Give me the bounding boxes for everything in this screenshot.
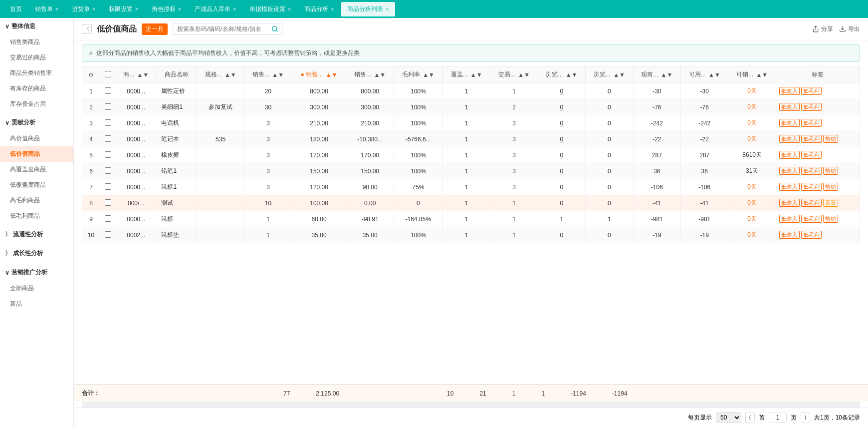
cell-checkbox[interactable] bbox=[100, 99, 116, 115]
cell-checkbox[interactable] bbox=[100, 115, 116, 131]
cell-checkbox[interactable] bbox=[100, 211, 116, 227]
sidebar-item-stock-fund[interactable]: 库存资金占用 bbox=[0, 96, 73, 112]
nav-template[interactable]: 单据模板设置 ✕ bbox=[243, 2, 297, 16]
row-checkbox[interactable] bbox=[105, 151, 111, 158]
th-checkbox[interactable] bbox=[100, 66, 116, 83]
cell-view1[interactable]: 0 bbox=[538, 99, 585, 115]
cell-view1[interactable]: 0 bbox=[538, 83, 585, 99]
th-code[interactable]: 商... ▲▼ bbox=[116, 66, 156, 83]
th-trade[interactable]: 交易... ▲▼ bbox=[490, 66, 538, 83]
cell-view1[interactable]: 1 bbox=[538, 211, 585, 227]
row-checkbox[interactable] bbox=[105, 167, 111, 174]
sidebar-item-stock-goods[interactable]: 有库存的商品 bbox=[0, 81, 73, 96]
sidebar-section-marketing[interactable]: ∨ 营销推广分析 bbox=[0, 264, 73, 281]
export-button[interactable]: 导出 bbox=[839, 25, 860, 33]
row-checkbox[interactable] bbox=[105, 119, 111, 126]
cell-checkbox[interactable] bbox=[100, 131, 116, 147]
nav-analysis-list[interactable]: 商品分析列表 ✕ bbox=[341, 2, 395, 16]
period-button[interactable]: 近一月 bbox=[142, 23, 168, 35]
th-name[interactable]: 商品名称 bbox=[156, 66, 197, 83]
chevron-right-icon-2: 〉 bbox=[5, 249, 11, 258]
cell-checkbox[interactable] bbox=[100, 163, 116, 179]
nav-analysis[interactable]: 商品分析 ✕ bbox=[298, 2, 340, 16]
search-input[interactable] bbox=[173, 23, 282, 35]
cell-view1[interactable]: 0 bbox=[538, 227, 585, 243]
cell-view1[interactable]: 0 bbox=[538, 115, 585, 131]
cell-qty: 30 bbox=[244, 99, 292, 115]
page-number-input[interactable] bbox=[769, 413, 787, 423]
nav-product[interactable]: 产成品入库单 ✕ bbox=[189, 2, 242, 16]
cell-view1[interactable]: 0 bbox=[538, 195, 585, 211]
row-checkbox[interactable] bbox=[105, 215, 111, 222]
per-page-select[interactable]: 50 100 bbox=[716, 412, 741, 423]
cell-qty: 3 bbox=[244, 131, 292, 147]
sidebar-item-new-goods[interactable]: 新品 bbox=[0, 296, 73, 312]
th-view1[interactable]: 浏览... ▲▼ bbox=[538, 66, 585, 83]
nav-sales[interactable]: 销售单 ✕ bbox=[29, 2, 65, 16]
sidebar-item-low-margin[interactable]: 低毛利商品 bbox=[0, 208, 73, 224]
th-qty[interactable]: 销售... ▲▼ bbox=[244, 66, 292, 83]
th-settings[interactable]: ⚙ bbox=[82, 66, 100, 83]
cell-checkbox[interactable] bbox=[100, 227, 116, 243]
nav-close-template[interactable]: ✕ bbox=[287, 6, 291, 12]
nav-close-permission[interactable]: ✕ bbox=[135, 6, 139, 12]
cell-view1[interactable]: 0 bbox=[538, 163, 585, 179]
th-price[interactable]: ● 销售... ▲▼ bbox=[292, 66, 346, 83]
collapse-sidebar-btn[interactable]: 《 bbox=[82, 24, 92, 34]
sidebar-section-growth[interactable]: 〉 成长性分析 bbox=[0, 245, 73, 262]
sidebar-item-all-goods[interactable]: 全部商品 bbox=[0, 281, 73, 296]
th-saleable[interactable]: 可销... ▲▼ bbox=[728, 66, 776, 83]
nav-close-product[interactable]: ✕ bbox=[232, 6, 236, 12]
cell-view1[interactable]: 0 bbox=[538, 131, 585, 147]
cell-checkbox[interactable] bbox=[100, 147, 116, 163]
row-checkbox[interactable] bbox=[105, 231, 111, 238]
cell-checkbox[interactable] bbox=[100, 195, 116, 211]
nav-close-purchase[interactable]: ✕ bbox=[92, 6, 96, 12]
nav-permission[interactable]: 权限设置 ✕ bbox=[103, 2, 145, 16]
cell-view1[interactable]: 0 bbox=[538, 179, 585, 195]
nav-close-role[interactable]: ✕ bbox=[178, 6, 182, 12]
nav-purchase[interactable]: 进货单 ✕ bbox=[66, 2, 102, 16]
nav-close-analysis-list[interactable]: ✕ bbox=[385, 6, 389, 12]
nav-role[interactable]: 角色授权 ✕ bbox=[146, 2, 188, 16]
sidebar-item-low-coverage[interactable]: 低覆盖度商品 bbox=[0, 177, 73, 193]
th-spec[interactable]: 规格... ▲▼ bbox=[197, 66, 244, 83]
th-amount[interactable]: 销售... ▲▼ bbox=[346, 66, 394, 83]
th-current[interactable]: 现有... ▲▼ bbox=[633, 66, 680, 83]
th-margin[interactable]: 毛利率 ▲▼ bbox=[394, 66, 442, 83]
nav-close-analysis[interactable]: ✕ bbox=[330, 6, 334, 12]
row-checkbox[interactable] bbox=[105, 183, 111, 190]
cell-checkbox[interactable] bbox=[100, 83, 116, 99]
cell-view1[interactable]: 0 bbox=[538, 147, 585, 163]
th-view2[interactable]: 浏览... ▲▼ bbox=[586, 66, 633, 83]
next-page-btn[interactable]: ⟩ bbox=[801, 412, 810, 423]
row-checkbox[interactable] bbox=[105, 199, 111, 206]
row-checkbox[interactable] bbox=[105, 103, 111, 110]
th-tags[interactable]: 标签 bbox=[776, 66, 860, 83]
row-checkbox[interactable] bbox=[105, 135, 111, 142]
cell-spec bbox=[197, 179, 244, 195]
sidebar-item-high-value[interactable]: 高价值商品 bbox=[0, 131, 73, 146]
row-checkbox[interactable] bbox=[105, 87, 111, 94]
nav-close-sales[interactable]: ✕ bbox=[55, 6, 59, 12]
sidebar-item-low-value[interactable]: 低价值商品 bbox=[0, 146, 73, 162]
first-page-btn[interactable]: ⟨ bbox=[745, 412, 755, 423]
th-available[interactable]: 可用... ▲▼ bbox=[681, 66, 728, 83]
cell-margin: 100% bbox=[394, 115, 442, 131]
sidebar-section-overall[interactable]: ∨ 整体信息 bbox=[0, 18, 73, 34]
settings-icon[interactable]: ⚙ bbox=[88, 71, 94, 78]
th-coverage[interactable]: 覆盖... ▲▼ bbox=[442, 66, 490, 83]
cell-checkbox[interactable] bbox=[100, 179, 116, 195]
nav-home[interactable]: 首页 bbox=[4, 2, 28, 16]
sidebar-item-traded-goods[interactable]: 交易过的商品 bbox=[0, 50, 73, 65]
select-all-checkbox[interactable] bbox=[105, 71, 111, 77]
share-button[interactable]: 分享 bbox=[812, 25, 833, 33]
sidebar-item-high-coverage[interactable]: 高覆盖度商品 bbox=[0, 162, 73, 177]
sidebar-section-contribution[interactable]: ∨ 贡献分析 bbox=[0, 114, 73, 131]
scroll-bar[interactable] bbox=[82, 402, 860, 408]
sidebar-section-flow[interactable]: 〉 流通性分析 bbox=[0, 226, 73, 243]
sidebar-item-category-rate[interactable]: 商品分类销售率 bbox=[0, 65, 73, 81]
sidebar-item-sales-goods[interactable]: 销售类商品 bbox=[0, 34, 73, 50]
sidebar-item-high-margin[interactable]: 高毛利商品 bbox=[0, 193, 73, 208]
divider-1 bbox=[0, 113, 73, 113]
